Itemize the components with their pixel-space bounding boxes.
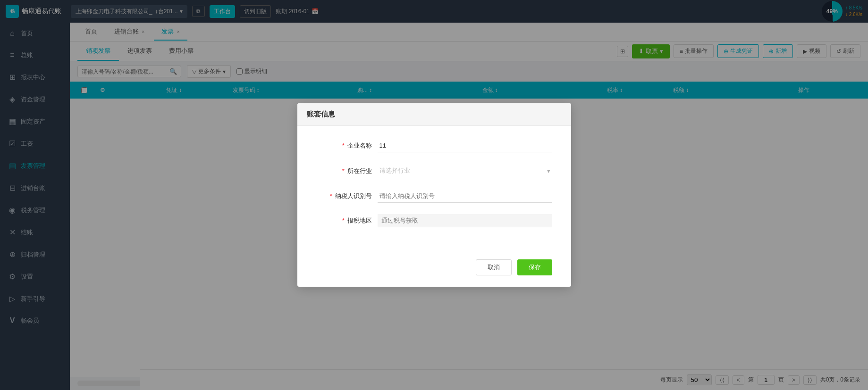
company-name-label: * 企业名称 — [316, 141, 378, 150]
dialog-title: 账套信息 — [307, 110, 335, 118]
industry-label: * 所在行业 — [316, 167, 378, 175]
industry-chevron-icon: ▾ — [547, 167, 550, 174]
industry-select[interactable]: 请选择行业 ▾ — [378, 164, 552, 178]
modal-overlay[interactable]: 账套信息 * 企业名称 * 所在行业 请选择行业 ▾ — [0, 0, 868, 390]
required-star-2: * — [342, 167, 345, 174]
dialog-header: 账套信息 — [297, 103, 571, 126]
account-info-dialog: 账套信息 * 企业名称 * 所在行业 请选择行业 ▾ — [297, 103, 571, 287]
tax-id-row: * 纳税人识别号 — [316, 190, 552, 203]
cancel-button[interactable]: 取消 — [476, 259, 512, 275]
required-star: * — [342, 142, 345, 149]
tax-id-label: * 纳税人识别号 — [316, 192, 378, 200]
tax-region-row: * 报税地区 — [316, 214, 552, 227]
save-button[interactable]: 保存 — [517, 259, 552, 275]
tax-id-input[interactable] — [378, 190, 552, 203]
tax-region-label: * 报税地区 — [316, 216, 378, 225]
required-star-3: * — [330, 192, 332, 199]
dialog-footer: 取消 保存 — [297, 252, 571, 287]
tax-region-input — [378, 214, 552, 227]
company-name-input[interactable] — [378, 139, 552, 152]
industry-row: * 所在行业 请选择行业 ▾ — [316, 164, 552, 178]
company-name-row: * 企业名称 — [316, 139, 552, 152]
dialog-body: * 企业名称 * 所在行业 请选择行业 ▾ * — [297, 126, 571, 252]
required-star-4: * — [342, 217, 345, 224]
industry-placeholder: 请选择行业 — [379, 166, 547, 175]
